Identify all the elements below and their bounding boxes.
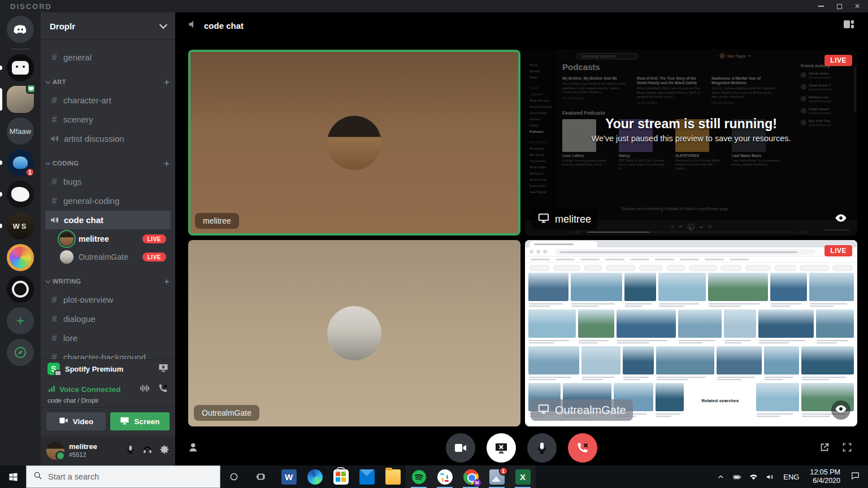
- server-icon-server-robot[interactable]: [7, 54, 34, 81]
- search-input[interactable]: [48, 472, 195, 481]
- spotify-page-title: Podcasts: [562, 62, 786, 72]
- fullscreen-icon[interactable]: [841, 441, 853, 456]
- server-icon-server-citrus[interactable]: [7, 244, 34, 271]
- watch-stream-button[interactable]: [831, 210, 850, 229]
- taskbar-app-mail[interactable]: [354, 465, 380, 488]
- voice-user-OutrealmGate[interactable]: OutrealmGateLIVE: [55, 248, 171, 266]
- noise-suppression-icon[interactable]: [139, 383, 150, 396]
- gear-icon[interactable]: [159, 445, 170, 457]
- photos-icon: 1: [489, 469, 505, 485]
- cortana-icon[interactable]: [220, 465, 248, 488]
- avatar[interactable]: [46, 442, 64, 460]
- unread-indicator: [0, 192, 2, 197]
- text-channel-bugs[interactable]: #bugs: [45, 172, 171, 191]
- hash-icon: #: [50, 95, 59, 106]
- image-thumbnail: [678, 310, 722, 338]
- video-tile-melitree[interactable]: melitree: [188, 50, 520, 236]
- server-icon-add-server[interactable]: +: [7, 307, 34, 334]
- spotify-premium-banner[interactable]: S Spotify Premium: [41, 359, 175, 378]
- friend-activity-item: Sarah Grace T...: [801, 84, 849, 90]
- server-icon-server-mfaaw[interactable]: Mfaaw: [7, 117, 34, 145]
- wifi-icon[interactable]: [749, 473, 758, 481]
- server-icon-home[interactable]: [7, 16, 34, 43]
- voice-channel-artist-discussion[interactable]: artist discussion: [45, 129, 171, 148]
- call-control-bar: [175, 431, 868, 465]
- screen-x-icon[interactable]: [158, 363, 168, 375]
- add-channel-icon[interactable]: +: [164, 277, 170, 286]
- add-channel-icon[interactable]: +: [164, 77, 170, 87]
- browser-address-bar: [525, 247, 857, 256]
- hash-icon: #: [50, 195, 59, 207]
- category-writing[interactable]: WRITING+: [41, 273, 175, 290]
- taskbar-clock[interactable]: 12:05 PM 6/4/2020: [810, 468, 840, 485]
- podcast-card: Root of Evil: The True Story of the Hode…: [637, 76, 704, 104]
- category-art[interactable]: ART+: [41, 73, 175, 90]
- taskbar-app-photos[interactable]: 1: [484, 465, 510, 488]
- stream-tile-melitree[interactable]: HomeBrowseRadioYOUR LIBRARYMade For YouR…: [525, 50, 857, 236]
- volume-icon[interactable]: [766, 473, 774, 481]
- text-channel-character-art[interactable]: #character-art: [45, 91, 171, 110]
- watch-stream-button[interactable]: [831, 400, 850, 420]
- taskbar-app-word[interactable]: W: [276, 465, 302, 488]
- server-icon-server-ws[interactable]: WS: [7, 212, 34, 239]
- taskbar-app-store[interactable]: [328, 465, 354, 488]
- start-button[interactable]: [0, 465, 26, 488]
- text-channel-general[interactable]: #general: [45, 48, 171, 67]
- clock-time: 12:05 PM: [810, 468, 840, 477]
- stop-streaming-button[interactable]: [487, 433, 516, 463]
- store-icon: [333, 469, 349, 485]
- server-icon-server-cat[interactable]: [7, 86, 34, 113]
- tray-chevron-up-icon[interactable]: [717, 473, 725, 481]
- server-header[interactable]: Droplr: [41, 12, 175, 40]
- popout-icon[interactable]: [818, 441, 831, 456]
- taskbar-app-excel[interactable]: X: [510, 465, 536, 488]
- text-channel-scenery[interactable]: #scenery: [45, 110, 171, 129]
- channel-label: character-art: [63, 95, 111, 105]
- monitor-icon: [537, 403, 550, 417]
- text-channel-lore[interactable]: #lore: [45, 329, 171, 347]
- video-tile-outrealmgate[interactable]: OutrealmGate: [188, 240, 520, 426]
- close-button[interactable]: ✕: [850, 1, 865, 12]
- voice-user-name: OutrealmGate: [79, 252, 142, 262]
- text-channel-dialogue[interactable]: #dialogue: [45, 310, 171, 328]
- minimize-button[interactable]: [814, 1, 828, 12]
- search-filter-chip: [639, 265, 662, 271]
- screen-share-button[interactable]: Screen: [110, 412, 170, 430]
- category-coding[interactable]: CODING+: [41, 155, 175, 172]
- server-icon-server-dragon[interactable]: [7, 276, 34, 303]
- disconnect-call-button[interactable]: [568, 433, 597, 463]
- taskbar-app-edge[interactable]: [302, 465, 328, 488]
- text-channel-general-coding[interactable]: #general-coding: [45, 191, 171, 210]
- taskbar-search[interactable]: [26, 465, 220, 488]
- add-channel-icon[interactable]: +: [164, 159, 170, 168]
- tile-name-label: OutrealmGate: [194, 405, 259, 421]
- server-icon-server-sketch[interactable]: [7, 181, 34, 208]
- search-filter-chip: [530, 265, 550, 271]
- taskbar-app-explorer[interactable]: [380, 465, 406, 488]
- toggle-camera-button[interactable]: [446, 433, 475, 463]
- text-channel-plot-overview[interactable]: #plot-overview: [45, 290, 171, 309]
- language-indicator[interactable]: ENG: [783, 473, 799, 481]
- server-icon-explore-servers[interactable]: [7, 339, 34, 366]
- server-icon-server-blue[interactable]: 1: [7, 149, 34, 176]
- voice-user-melitree[interactable]: melitreeLIVE: [55, 230, 171, 248]
- mic-icon[interactable]: [125, 445, 136, 457]
- video-button[interactable]: Video: [46, 412, 106, 430]
- taskbar-app-chrome[interactable]: M: [458, 465, 484, 488]
- taskbar-app-spotify[interactable]: [406, 465, 432, 488]
- plus-icon: +: [16, 314, 24, 328]
- mute-button[interactable]: [527, 433, 557, 463]
- taskbar-app-slack[interactable]: [432, 465, 458, 488]
- maximize-button[interactable]: [832, 1, 847, 12]
- task-view-icon[interactable]: [248, 465, 275, 488]
- action-center-icon[interactable]: [850, 471, 860, 483]
- search-filter-chip: [721, 265, 742, 271]
- voice-channel-code-chat[interactable]: code chat: [45, 211, 171, 229]
- headphones-icon[interactable]: [142, 445, 153, 457]
- avatar: [60, 250, 73, 264]
- disconnect-icon[interactable]: [158, 383, 168, 396]
- battery-icon[interactable]: [733, 473, 741, 481]
- stream-tile-outrealmgate[interactable]: Related searches LIVE OutrealmGate: [525, 240, 857, 426]
- avatar: [327, 116, 381, 170]
- grid-layout-icon[interactable]: [842, 18, 856, 33]
